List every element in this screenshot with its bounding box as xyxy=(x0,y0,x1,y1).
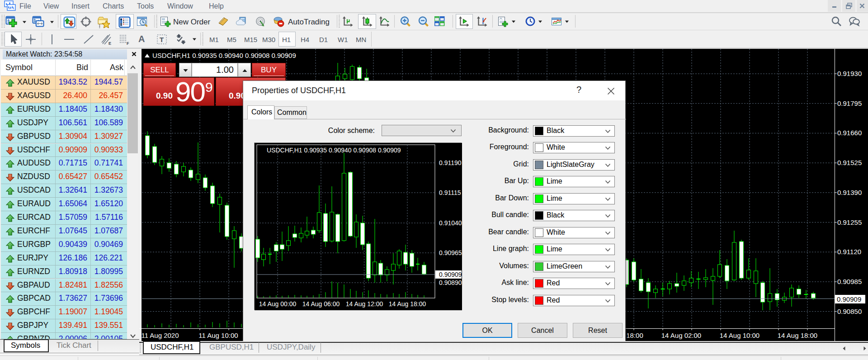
svg-text:18:00: 18:00 xyxy=(626,332,643,339)
svg-text:11 Aug 2020: 11 Aug 2020 xyxy=(141,332,179,339)
svg-text:0.91660: 0.91660 xyxy=(837,129,862,137)
svg-text:USDCHF,H1 0.90935 0.90940 0.9: USDCHF,H1 0.90935 0.90940 0.90908 0.9090… xyxy=(152,52,296,59)
svg-text:0.91930: 0.91930 xyxy=(837,70,862,77)
svg-text:0.91255: 0.91255 xyxy=(837,218,862,226)
svg-text:T: T xyxy=(160,36,164,43)
svg-text:0.90909: 0.90909 xyxy=(837,295,861,303)
svg-text:14 Aug 18:00: 14 Aug 18:00 xyxy=(389,300,426,308)
svg-text:0.91115: 0.91115 xyxy=(439,189,461,196)
svg-text:14 Aug 18:00: 14 Aug 18:00 xyxy=(778,332,817,339)
svg-text:E: E xyxy=(108,41,111,45)
svg-text:0.91040: 0.91040 xyxy=(439,219,462,227)
svg-text:14 Aug 12:00: 14 Aug 12:00 xyxy=(346,300,383,308)
svg-text:14 Aug 06:00: 14 Aug 06:00 xyxy=(302,300,340,308)
svg-text:0.91795: 0.91795 xyxy=(837,99,862,107)
svg-text:USDCHF,H1 0.90935 0.90940 0.9: USDCHF,H1 0.90935 0.90940 0.90908 0.9090… xyxy=(267,147,401,154)
svg-text:0.90985: 0.90985 xyxy=(837,278,862,285)
svg-text:11 Aug 10:00: 11 Aug 10:00 xyxy=(198,332,238,339)
svg-text:0.90890: 0.90890 xyxy=(439,279,462,286)
svg-text:0.90965: 0.90965 xyxy=(439,249,462,256)
svg-text:F: F xyxy=(127,41,129,45)
svg-text:0.91120: 0.91120 xyxy=(837,248,861,256)
svg-text:0.90909: 0.90909 xyxy=(439,271,462,278)
svg-text:0.91190: 0.91190 xyxy=(439,159,462,166)
svg-text:14 Aug 00:00: 14 Aug 00:00 xyxy=(259,300,297,308)
svg-text:14 Aug 02:00: 14 Aug 02:00 xyxy=(661,332,701,339)
svg-text:0.91390: 0.91390 xyxy=(837,189,862,196)
svg-text:14 Aug 10:00: 14 Aug 10:00 xyxy=(720,332,760,339)
svg-text:0.91525: 0.91525 xyxy=(837,159,862,166)
svg-text:0.90850: 0.90850 xyxy=(837,308,862,315)
